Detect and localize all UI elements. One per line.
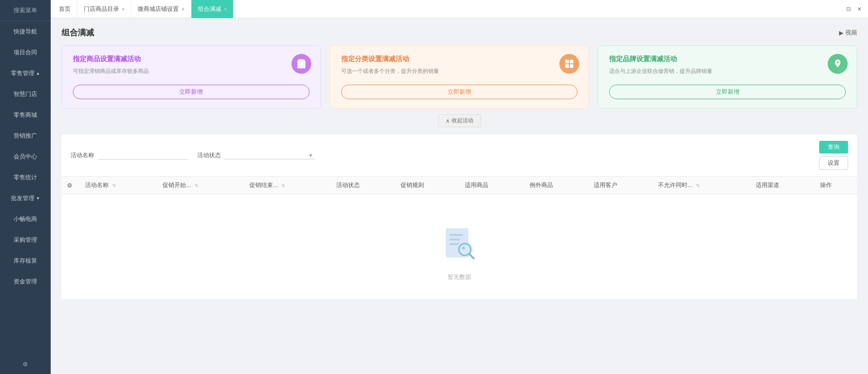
tab-home[interactable]: 首页 [54,0,77,18]
chevron-down-icon: ▼ [308,153,313,158]
sidebar-settings-btn[interactable]: ⚙ [0,355,51,374]
svg-line-11 [469,254,474,259]
th-promo-start[interactable]: 促销开始... ⇅ [157,177,244,194]
empty-text: 暂无数据 [448,273,471,281]
th-promo-end[interactable]: 促销结束... ⇅ [244,177,331,194]
sort-icon-activity-name: ⇅ [112,183,116,188]
th-activity-status: 活动状态 [331,177,395,194]
promo-card-brand-icon [828,54,848,74]
tab-combo-discount-close[interactable]: × [224,6,227,12]
setting-button[interactable]: 设置 [819,156,848,170]
th-applicable-customer: 适用客户 [588,177,653,194]
svg-rect-7 [449,239,460,240]
activity-name-input[interactable] [98,151,188,160]
filter-activity-name: 活动名称 [71,151,188,160]
main-area: 首页 门店商品目录 × 微商城店铺设置 × 组合满减 × ⊡ ✕ 组合满减 ▶ … [51,0,868,374]
promo-card-brand-btn[interactable]: 立即新增 [609,85,846,99]
filter-bar: 活动名称 活动状态 ▼ 查询 设置 [62,134,857,176]
promo-card-goods-btn[interactable]: 立即新增 [73,85,310,99]
sidebar: 搜索菜单 快捷导航 项目合同 零售管理 智慧门店 零售商城 营销推广 会员中心 … [0,0,51,374]
window-close-btn[interactable]: ✕ [856,6,863,12]
promo-card-category-desc: 可选一个或者多个分类，提升分类的销量 [341,67,578,78]
th-gear[interactable]: ⚙ [62,177,80,194]
table-header-row: ⚙ 活动名称 ⇅ 促销开始... ⇅ 促销结束... ⇅ [62,177,857,194]
empty-state-row: 暂无数据 [62,194,857,300]
play-icon: ▶ [839,29,844,36]
tab-mini-shop-close[interactable]: × [181,6,184,12]
sidebar-item-retail-mall[interactable]: 零售商城 [0,105,51,125]
chevron-up-icon: ∧ [446,118,450,124]
sidebar-item-member-center[interactable]: 会员中心 [0,146,51,167]
sidebar-item-xiaochang[interactable]: 小畅电商 [0,209,51,230]
filter-activity-status: 活动状态 ▼ [197,151,315,159]
sidebar-item-purchase-mgmt[interactable]: 采购管理 [0,230,51,250]
page-header: 组合满减 ▶ 视频 [62,27,857,38]
sidebar-search[interactable]: 搜索菜单 [0,0,51,21]
promo-card-brand-desc: 适合与上游企业联合做营销，提升品牌销量 [609,67,846,78]
empty-state-cell: 暂无数据 [62,194,857,300]
video-link[interactable]: ▶ 视频 [839,29,857,37]
th-applicable-goods: 适用商品 [459,177,524,194]
sidebar-item-marketing[interactable]: 营销推广 [0,125,51,146]
promo-card-goods-desc: 可指定滞销商品或库存较多商品 [73,67,310,78]
tab-store-catalog[interactable]: 门店商品目录 × [77,0,131,18]
promo-card-category: 指定分类设置满减活动 可选一个或者多个分类，提升分类的销量 立即新增 [330,45,589,109]
window-controls: ⊡ ✕ [845,6,864,12]
empty-state: 暂无数据 [62,194,857,299]
tab-store-catalog-close[interactable]: × [122,6,124,12]
table-body: 暂无数据 [62,194,857,300]
sort-icon-no-concurrent: ⇅ [696,183,700,188]
sidebar-item-quick-nav[interactable]: 快捷导航 [0,21,51,42]
svg-rect-2 [570,60,573,63]
activity-status-select[interactable]: ▼ [224,152,315,159]
sort-icon-promo-end: ⇅ [281,183,285,188]
sidebar-item-retail-mgmt[interactable]: 零售管理 [0,63,51,84]
query-button[interactable]: 查询 [819,141,848,153]
svg-rect-1 [565,60,569,63]
page-title: 组合满减 [62,27,94,38]
svg-rect-6 [449,234,463,236]
svg-rect-4 [570,64,573,68]
tab-combo-discount[interactable]: 组合满减 × [191,0,234,18]
window-maximize-btn[interactable]: ⊡ [845,6,852,12]
th-no-concurrent[interactable]: 不允许同时... ⇅ [653,177,750,194]
th-operation: 操作 [815,177,857,194]
promo-card-goods-title: 指定商品设置满减活动 [73,55,310,63]
sidebar-item-smart-store[interactable]: 智慧门店 [0,84,51,105]
promo-cards: 指定商品设置满减活动 可指定滞销商品或库存较多商品 立即新增 指定分类设置满减活… [62,45,857,109]
tab-bar: 首页 门店商品目录 × 微商城店铺设置 × 组合满减 × ⊡ ✕ [51,0,868,18]
activity-status-label: 活动状态 [197,151,221,159]
sidebar-item-project-contract[interactable]: 项目合同 [0,42,51,63]
activity-name-label: 活动名称 [71,151,94,159]
promo-card-goods: 指定商品设置满减活动 可指定滞销商品或库存较多商品 立即新增 [62,45,321,109]
filter-actions: 查询 设置 [819,141,848,170]
svg-point-12 [462,247,465,249]
th-applicable-channel: 适用渠道 [750,177,815,194]
tab-mini-shop-settings[interactable]: 微商城店铺设置 × [131,0,191,18]
data-table: ⚙ 活动名称 ⇅ 促销开始... ⇅ 促销结束... ⇅ [62,177,857,299]
collapse-btn[interactable]: ∧ 收起活动 [438,114,481,127]
svg-rect-3 [565,64,569,68]
th-activity-name[interactable]: 活动名称 ⇅ [80,177,157,194]
table-container: ⚙ 活动名称 ⇅ 促销开始... ⇅ 促销结束... ⇅ [62,176,857,299]
promo-card-goods-icon [291,54,311,74]
th-exception-goods: 例外商品 [524,177,588,194]
sidebar-item-inventory-calc[interactable]: 库存核算 [0,250,51,271]
promo-card-brand: 指定品牌设置满减活动 适合与上游企业联合做营销，提升品牌销量 立即新增 [598,45,857,109]
sort-icon-promo-start: ⇅ [195,183,198,188]
collapse-bar: ∧ 收起活动 [62,114,857,127]
empty-icon [437,221,482,267]
promo-card-brand-title: 指定品牌设置满减活动 [609,55,846,63]
sidebar-item-fund-mgmt[interactable]: 资金管理 [0,271,51,292]
sidebar-item-retail-stats[interactable]: 零售统计 [0,167,51,188]
content-area: 组合满减 ▶ 视频 指定商品设置满减活动 可指定滞销商品或库存较多商品 [51,18,868,374]
sidebar-item-wholesale-mgmt[interactable]: 批发管理 [0,188,51,209]
promo-card-category-btn[interactable]: 立即新增 [341,85,578,99]
th-promo-rule: 促销规则 [395,177,459,194]
promo-card-category-title: 指定分类设置满减活动 [341,55,578,63]
